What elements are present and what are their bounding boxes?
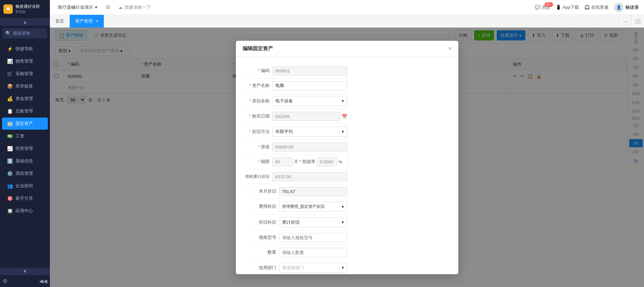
sidebar-item-sales[interactable]: 📊 销售管理: [2, 55, 48, 67]
sidebar-item-inventory[interactable]: 📦 库存核算: [2, 80, 48, 92]
basic-info-icon: ℹ️: [7, 158, 13, 164]
inventory-icon: 📦: [7, 83, 13, 89]
collapse-button[interactable]: ◀◀: [39, 278, 47, 284]
sidebar-item-guide[interactable]: 🎯 新手引导: [2, 192, 48, 204]
name-label: *资产名称: [243, 83, 270, 89]
chevron-down-icon: ▾: [342, 129, 344, 134]
sidebar-item-label: 工资: [16, 133, 24, 139]
sidebar-item-operations[interactable]: 📈 经营管理: [2, 142, 48, 155]
depreciation-method-select[interactable]: 年限平均 ▾: [272, 127, 347, 137]
scroll-down[interactable]: ▼: [0, 268, 50, 275]
code-input[interactable]: [272, 66, 347, 75]
original-value-input[interactable]: [272, 142, 347, 152]
app-download-btn[interactable]: 📱 App下载: [556, 4, 579, 10]
purchase-date-label: *购买日期: [243, 113, 270, 119]
sidebar-item-collab[interactable]: 👥 企业协同: [2, 180, 48, 192]
sidebar-item-finance[interactable]: 💰 资金管理: [2, 93, 48, 105]
tab-home[interactable]: 首页: [50, 15, 70, 28]
sidebar-header: 畅 畅捷通好业财 普及版: [0, 0, 50, 19]
tab-asset-label: 资产管理: [75, 18, 93, 24]
calendar-icon[interactable]: 📅: [342, 114, 347, 119]
sidebar-item-basic-info[interactable]: ℹ️ 基础信息: [2, 155, 48, 167]
form-row-purchase-date: *购买日期 📅: [243, 109, 347, 124]
scroll-up[interactable]: ▲: [0, 19, 50, 26]
settings-button[interactable]: ⚙: [3, 278, 7, 284]
chevron-down-icon: ▾: [342, 220, 344, 225]
modal-close-btn[interactable]: ×: [448, 45, 451, 52]
category-select[interactable]: 电子设备 ▾: [272, 96, 347, 106]
content-area: 📋 资产明细 📄 变更生成凭证 刘账 + 新增 批量操作: [50, 28, 644, 287]
department-select[interactable]: 请选择部门 ▾: [279, 263, 347, 273]
spec-label: 规格型号: [249, 234, 276, 241]
user-name: 畅捷通: [625, 4, 639, 10]
sidebar-item-label: 销售管理: [16, 58, 33, 64]
app-title-block: 畅捷通好业财 普及版: [16, 4, 40, 14]
sidebar-search[interactable]: 🔍 搜索菜单: [3, 28, 47, 38]
form-right-col: 本月折旧 费用科目 管理费用_固定资产折旧 ▾: [243, 184, 347, 274]
sidebar-item-label: 经营管理: [16, 146, 33, 152]
maximize-btn[interactable]: ⬜: [631, 15, 644, 28]
period-label: *期限: [243, 159, 270, 165]
sidebar-item-system[interactable]: ⚙️ 系统管理: [2, 167, 48, 180]
monthly-depr-input: [279, 187, 347, 196]
quantity-input[interactable]: [279, 248, 347, 257]
name-input[interactable]: [272, 81, 347, 90]
form-row-accum-depr: 期初累计折旧: [243, 169, 347, 184]
service-label: 在线客服: [591, 4, 609, 10]
tab-bar: 首页 资产管理 × — ⬜: [50, 15, 644, 28]
sidebar-item-ledger[interactable]: 📋 总账管理: [2, 105, 48, 117]
quick-nav-icon: ⚡: [7, 46, 13, 52]
original-value-label: *原值: [243, 144, 270, 150]
sidebar-item-label: 固定资产: [16, 121, 33, 127]
code-label: *编码: [243, 68, 270, 74]
sidebar-item-salary[interactable]: 💵 工资: [2, 130, 48, 142]
app-center-icon: 🔲: [7, 208, 13, 214]
expense-subject-select[interactable]: 管理费用_固定资产折旧 ▾: [279, 202, 347, 212]
form-row-expense-subject: 费用科目 管理费用_固定资产折旧 ▾: [249, 199, 347, 215]
accum-depr-input[interactable]: [272, 172, 347, 181]
category-label: *类别名称: [243, 98, 270, 104]
window-controls: — ⬜: [619, 15, 644, 28]
modal-overlay: 编辑固定资产 × *编码 *资产名称: [50, 28, 644, 287]
sidebar-item-label: 采购管理: [16, 71, 33, 77]
form-divider: [347, 64, 347, 184]
sidebar-item-label: 系统管理: [16, 170, 33, 177]
tab-close-icon[interactable]: ×: [96, 19, 98, 24]
purchase-icon: 🛒: [7, 71, 13, 77]
salary-icon: 💵: [7, 133, 13, 139]
expense-subject-value: 管理费用_固定资产折旧: [282, 204, 325, 210]
sidebar-footer: ⚙ ◀◀: [0, 275, 50, 287]
sidebar-item-purchase[interactable]: 🛒 采购管理: [2, 68, 48, 80]
guide-icon: 🎯: [7, 195, 13, 201]
minimize-btn[interactable]: —: [619, 15, 631, 28]
search-label: 搜索菜单: [13, 30, 30, 36]
form-row-name: *资产名称: [243, 78, 347, 93]
tab-asset-management[interactable]: 资产管理 ×: [70, 15, 104, 28]
form-row-spec: 规格型号: [249, 230, 347, 245]
experience-btn[interactable]: ☁ 我要体验一下: [118, 4, 151, 10]
message-btn[interactable]: 💬 消息 99+: [535, 4, 550, 10]
period-group: 月 * 残值率 %: [272, 157, 347, 166]
company-selector[interactable]: 医疗器械行业演示 ▾: [55, 3, 100, 12]
depr-subject-select[interactable]: 累计折旧 ▾: [279, 217, 347, 227]
spec-input[interactable]: [279, 233, 347, 242]
chevron-down-icon: ▾: [342, 98, 344, 103]
sidebar-item-label: 库存核算: [16, 83, 33, 89]
residual-rate-label: * 残值率: [300, 159, 316, 165]
department-placeholder: 请选择部门: [282, 265, 304, 271]
form-row-original-value: *原值: [243, 140, 347, 155]
residual-rate-input[interactable]: [317, 157, 337, 166]
depreciation-method-value: 年限平均: [275, 129, 293, 135]
settings-icon[interactable]: ⚙: [104, 3, 112, 12]
user-menu[interactable]: 👤 畅捷通: [614, 3, 639, 12]
quantity-label: 数量: [249, 249, 276, 255]
purchase-date-input[interactable]: [272, 112, 340, 121]
sidebar-item-quick-nav[interactable]: ⚡ 快捷导航: [2, 43, 48, 55]
purchase-date-group: 📅: [272, 112, 347, 121]
period-input[interactable]: [272, 157, 293, 166]
sidebar-item-fixed-assets[interactable]: 🏢 固定资产: [2, 118, 48, 130]
service-btn[interactable]: 🎧 在线客服: [584, 4, 609, 10]
sidebar-item-label: 企业协同: [16, 183, 33, 189]
monthly-depr-label: 本月折旧: [249, 188, 276, 194]
sidebar-item-app-center[interactable]: 🔲 应用中心: [2, 205, 48, 217]
